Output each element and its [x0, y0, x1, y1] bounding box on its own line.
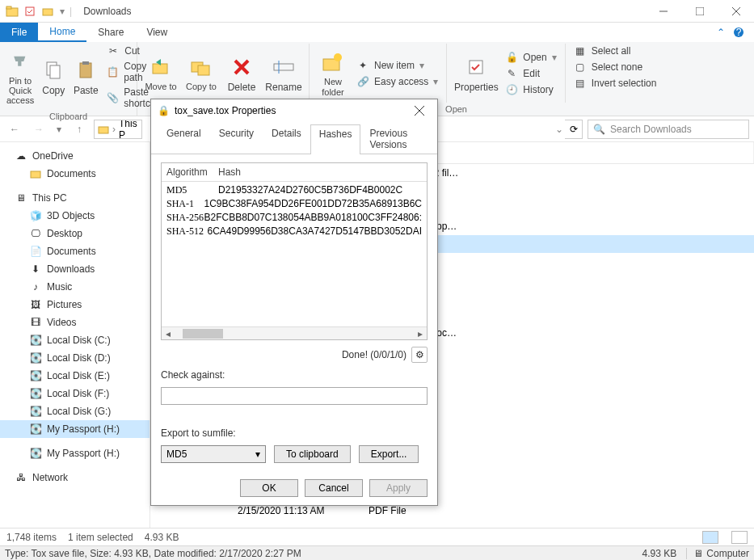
tab-previous-versions[interactable]: Previous Versions [360, 124, 431, 154]
view-details-button[interactable] [702, 531, 718, 544]
new-item-icon: ✦ [356, 59, 369, 72]
minimize-button[interactable] [645, 0, 681, 23]
hash-row[interactable]: SHA-5126CA49D99956D38CA3A7427D5147BBD305… [166, 225, 422, 238]
dialog-titlebar[interactable]: 🔒 tox_save.tox Properties [151, 99, 437, 122]
qat-properties-icon[interactable] [23, 4, 37, 19]
forward-button[interactable]: → [29, 120, 48, 139]
apply-button[interactable]: Apply [369, 479, 428, 497]
select-none-button[interactable]: ▢Select none [572, 60, 659, 74]
hash-scrollbar[interactable]: ◂▸ [162, 326, 427, 339]
open-icon: 🔓 [505, 51, 518, 64]
move-to-button[interactable]: Move to [144, 44, 178, 103]
tab-share[interactable]: Share [86, 23, 135, 42]
help-icon[interactable]: ? [733, 27, 744, 38]
tree-music[interactable]: ♪Music [0, 278, 150, 296]
export-button[interactable]: Export... [359, 445, 419, 463]
svg-rect-24 [99, 127, 108, 133]
hash-col-algorithm[interactable]: Algorithm [166, 166, 218, 178]
hash-list: Algorithm Hash MD5D21953327A24D2760C5B73… [161, 162, 428, 340]
tab-home[interactable]: Home [38, 23, 86, 42]
tree-disk-d[interactable]: 💽Local Disk (D:) [0, 349, 150, 367]
tree-passport2[interactable]: 💽My Passport (H:) [0, 444, 150, 462]
tree-disk-g[interactable]: 💽Local Disk (G:) [0, 402, 150, 420]
tree-network[interactable]: 🖧Network [0, 469, 150, 486]
chevron-down-icon: ▾ [255, 448, 260, 460]
tree-passport1[interactable]: 💽My Passport (H:) [0, 420, 150, 438]
copy-to-icon [188, 54, 214, 80]
tab-general[interactable]: General [158, 124, 210, 154]
pin-quick-access-button[interactable]: Pin to Quick access [6, 44, 34, 110]
tab-view[interactable]: View [135, 23, 179, 42]
hash-col-hash[interactable]: Hash [218, 166, 241, 178]
cancel-button[interactable]: Cancel [305, 479, 363, 497]
tree-downloads[interactable]: ⬇Downloads [0, 260, 150, 278]
hash-row[interactable]: SHA-256B2FCBB8D07C138054ABB9A018100C3FF2… [166, 211, 422, 225]
new-item-button[interactable]: ✦New item ▾ [355, 58, 440, 73]
history-button[interactable]: 🕘History [503, 82, 558, 97]
info-size: 4.93 KB [642, 548, 677, 559]
breadcrumb[interactable]: This P [119, 120, 138, 139]
new-folder-button[interactable]: New folder [316, 44, 350, 103]
copy-path-icon: 📋 [107, 65, 119, 78]
rename-button[interactable]: Rename [265, 44, 302, 103]
svg-text:?: ? [736, 27, 742, 38]
dialog-close-button[interactable] [408, 102, 431, 120]
disk-icon: 💽 [29, 387, 42, 400]
svg-rect-14 [153, 64, 167, 74]
hash-row[interactable]: MD5D21953327A24D2760C5B736DF4B0002C [166, 183, 422, 197]
back-button[interactable]: ← [5, 120, 24, 139]
hash-row[interactable]: SHA-11C9BC38FA954DD26FE001DD72B35A68913B… [166, 197, 422, 211]
window-title: Downloads [83, 6, 131, 17]
properties-dialog: 🔒 tox_save.tox Properties General Securi… [150, 99, 438, 506]
tree-videos[interactable]: 🎞Videos [0, 314, 150, 331]
address-bar[interactable]: › This P [94, 120, 142, 139]
properties-button[interactable]: Properties [453, 44, 499, 103]
maximize-button[interactable] [681, 0, 718, 23]
tree-pictures[interactable]: 🖼Pictures [0, 296, 150, 314]
export-format-select[interactable]: MD5▾ [161, 445, 266, 463]
edit-icon: ✎ [505, 67, 518, 80]
copy-to-button[interactable]: Copy to [184, 44, 218, 103]
tab-details[interactable]: Details [263, 124, 310, 154]
refresh-button[interactable]: ⟳ [565, 120, 583, 139]
qat-folder-icon[interactable] [40, 4, 55, 19]
invert-selection-button[interactable]: ▤Invert selection [572, 76, 659, 91]
ok-button[interactable]: OK [240, 479, 298, 497]
paste-button[interactable]: Paste [73, 44, 99, 110]
tree-3d-objects[interactable]: 🧊3D Objects [0, 207, 150, 225]
search-box[interactable]: 🔍 Search Downloads [588, 120, 749, 139]
tree-desktop[interactable]: 🖵Desktop [0, 225, 150, 242]
to-clipboard-button[interactable]: To clipboard [274, 445, 351, 463]
close-button[interactable] [718, 0, 754, 23]
cube-icon: 🧊 [29, 209, 42, 222]
tree-documents[interactable]: Documents [0, 165, 150, 183]
easy-access-button[interactable]: 🔗Easy access ▾ [355, 74, 440, 89]
delete-button[interactable]: Delete [225, 44, 259, 103]
tree-documents2[interactable]: 📄Documents [0, 242, 150, 260]
tab-security[interactable]: Security [210, 124, 263, 154]
svg-rect-25 [31, 171, 40, 178]
settings-button[interactable]: ⚙ [411, 347, 428, 363]
up-button[interactable]: ↑ [70, 120, 89, 139]
tab-file[interactable]: File [0, 23, 38, 42]
open-button[interactable]: 🔓Open ▾ [503, 50, 558, 65]
delete-icon [229, 54, 255, 80]
tab-hashes[interactable]: Hashes [310, 124, 361, 154]
select-all-icon: ▦ [574, 44, 587, 57]
check-against-input[interactable] [161, 387, 428, 405]
tree-disk-c[interactable]: 💽Local Disk (C:) [0, 331, 150, 349]
search-icon: 🔍 [593, 124, 605, 135]
tree-disk-f[interactable]: 💽Local Disk (F:) [0, 385, 150, 402]
tree-this-pc[interactable]: 🖥This PC [0, 189, 150, 207]
qat-dropdown[interactable]: ▾ [58, 6, 66, 17]
view-large-button[interactable] [731, 531, 748, 544]
tree-onedrive[interactable]: ☁OneDrive [0, 147, 150, 165]
addr-dropdown[interactable]: ⌄ [555, 124, 563, 135]
edit-button[interactable]: ✎Edit [503, 66, 558, 81]
tree-disk-e[interactable]: 💽Local Disk (E:) [0, 367, 150, 385]
copy-button[interactable]: Copy [40, 44, 66, 110]
export-label: Export to sumfile: [161, 427, 428, 439]
recent-dropdown[interactable]: ▾ [53, 120, 65, 139]
select-all-button[interactable]: ▦Select all [572, 44, 659, 58]
ribbon-collapse-icon[interactable]: ⌃ [717, 27, 725, 38]
